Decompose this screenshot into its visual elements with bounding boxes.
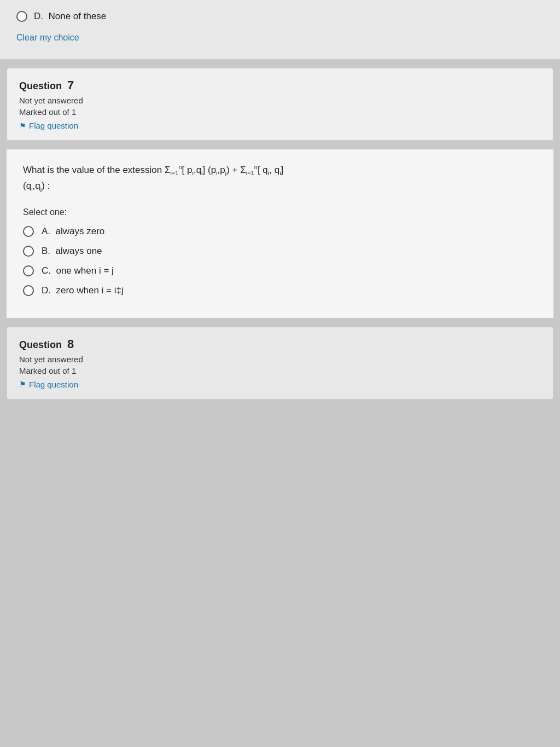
option-c-row: C. one when i = j	[23, 265, 537, 276]
option-c-letter: C.	[42, 265, 51, 276]
option-b-row: B. always one	[23, 246, 537, 257]
question7-number: 7	[67, 78, 74, 92]
question7-title: Question 7	[19, 78, 541, 92]
option-d-letter: D.	[42, 285, 51, 296]
question7-body: What is the value of the extession Σi=1n…	[7, 149, 553, 318]
option-d-row: D. zero when i = i‡j	[23, 285, 537, 296]
question8-flag-label: Flag question	[29, 380, 78, 389]
flag8-icon: ⚑	[19, 380, 26, 389]
prev-radio-d[interactable]	[16, 11, 27, 22]
answer-options-list: A. always zero B. always one C. one when…	[23, 226, 537, 296]
question7-label: Question	[19, 80, 62, 91]
option-b-letter: B.	[42, 246, 50, 257]
prev-option-d-text: None of these	[48, 11, 106, 22]
question8-marked: Marked out of 1	[19, 366, 541, 375]
prev-question-section: D. None of these Clear my choice	[0, 0, 560, 59]
option-b-text: always one	[56, 246, 102, 257]
radio-a[interactable]	[23, 226, 34, 237]
question7-marked: Marked out of 1	[19, 107, 541, 117]
option-a-row: A. always zero	[23, 226, 537, 237]
prev-option-d-label: D.	[34, 11, 43, 22]
clear-choice-label: Clear my choice	[16, 33, 79, 42]
option-d-text: zero when i = i‡j	[56, 285, 123, 296]
question8-label: Question	[19, 339, 62, 350]
question8-title: Question 8	[19, 337, 541, 351]
option-a-letter: A.	[42, 226, 50, 237]
question7-flag-link[interactable]: ⚑ Flag question	[19, 121, 541, 130]
question8-info-card: Question 8 Not yet answered Marked out o…	[7, 327, 553, 399]
question7-status: Not yet answered	[19, 96, 541, 105]
question8-number: 8	[67, 337, 74, 351]
radio-b[interactable]	[23, 246, 34, 257]
question7-text: What is the value of the extession Σi=1n…	[23, 163, 537, 194]
question7-info-card: Question 7 Not yet answered Marked out o…	[7, 68, 553, 141]
option-c-text: one when i = j	[56, 265, 113, 276]
question8-flag-link[interactable]: ⚑ Flag question	[19, 380, 541, 389]
prev-option-d-row: D. None of these	[16, 11, 544, 22]
page-wrapper: D. None of these Clear my choice Questio…	[0, 0, 560, 747]
radio-d[interactable]	[23, 285, 34, 296]
flag-icon: ⚑	[19, 121, 26, 130]
clear-choice-link[interactable]: Clear my choice	[16, 33, 79, 43]
select-one-label: Select one:	[23, 207, 537, 217]
radio-c[interactable]	[23, 265, 34, 276]
option-a-text: always zero	[56, 226, 105, 237]
question8-status: Not yet answered	[19, 355, 541, 364]
question7-flag-label: Flag question	[29, 121, 78, 130]
